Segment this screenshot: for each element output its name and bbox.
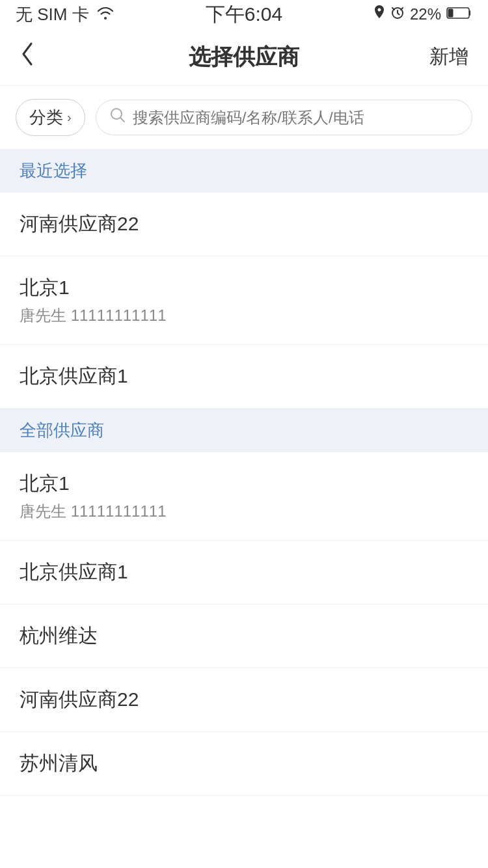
item-name: 河南供应商22: [20, 211, 468, 237]
back-button[interactable]: [20, 41, 59, 73]
search-box[interactable]: [96, 100, 472, 135]
item-name: 北京1: [20, 470, 468, 497]
all-items-list: 北京1唐先生 11111111111北京供应商1杭州维达河南供应商22苏州清风: [0, 452, 488, 796]
alarm-icon: [390, 5, 405, 23]
page-title: 选择供应商: [189, 42, 299, 72]
category-button[interactable]: 分类 ›: [16, 99, 85, 136]
item-detail: 唐先生 11111111111: [20, 305, 468, 326]
list-item[interactable]: 河南供应商22: [0, 193, 488, 256]
search-icon: [109, 107, 126, 128]
item-name: 河南供应商22: [20, 686, 468, 713]
recent-items-list: 河南供应商22北京1唐先生 11111111111北京供应商1: [0, 193, 488, 409]
all-section-label: 全部供应商: [20, 420, 104, 440]
filter-bar: 分类 ›: [0, 86, 488, 149]
wifi-icon: [96, 5, 115, 25]
list-item[interactable]: 苏州清风: [0, 732, 488, 796]
list-item[interactable]: 北京1唐先生 11111111111: [0, 452, 488, 541]
list-item[interactable]: 北京1唐先生 11111111111: [0, 256, 488, 345]
item-name: 苏州清风: [20, 750, 468, 777]
all-section-header: 全部供应商: [0, 409, 488, 452]
carrier-text: 无 SIM 卡: [16, 3, 89, 26]
location-icon: [373, 5, 385, 23]
new-button[interactable]: 新增: [429, 44, 468, 70]
battery-icon: [446, 5, 472, 23]
battery-text: 22%: [410, 5, 441, 23]
list-item[interactable]: 杭州维达: [0, 604, 488, 668]
status-time: 下午6:04: [206, 1, 282, 28]
item-name: 北京供应商1: [20, 363, 468, 390]
item-name: 杭州维达: [20, 623, 468, 649]
recent-section-header: 最近选择: [0, 149, 488, 193]
nav-bar: 选择供应商 新增: [0, 29, 488, 86]
list-item[interactable]: 河南供应商22: [0, 668, 488, 732]
search-input[interactable]: [133, 109, 459, 127]
status-bar: 无 SIM 卡 下午6:04 22%: [0, 0, 488, 29]
list-item[interactable]: 北京供应商1: [0, 345, 488, 409]
item-name: 北京1: [20, 275, 468, 301]
recent-section-label: 最近选择: [20, 161, 87, 180]
category-label: 分类: [29, 106, 63, 129]
status-right: 22%: [373, 5, 472, 23]
svg-rect-2: [448, 9, 454, 18]
chevron-icon: ›: [67, 110, 72, 125]
list-item[interactable]: 北京供应商1: [0, 541, 488, 604]
item-detail: 唐先生 11111111111: [20, 501, 468, 522]
status-left: 无 SIM 卡: [16, 3, 115, 26]
item-name: 北京供应商1: [20, 559, 468, 586]
